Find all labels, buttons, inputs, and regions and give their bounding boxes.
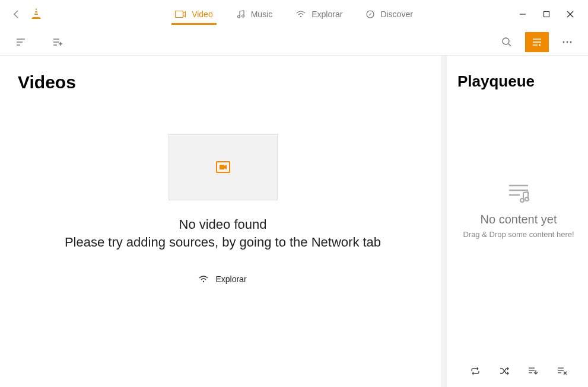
svg-point-22	[563, 41, 565, 43]
empty-message-line2: Please try adding sources, by going to t…	[65, 234, 381, 251]
repeat-button[interactable]	[466, 362, 485, 380]
video-placeholder-thumb	[169, 134, 278, 200]
main-area: Videos No video found Please try adding …	[0, 56, 588, 387]
wifi-icon	[296, 11, 306, 18]
svg-rect-1	[34, 12, 38, 14]
topbar-left	[0, 7, 95, 21]
tab-explore[interactable]: Explorar	[296, 0, 342, 28]
tab-music[interactable]: Music	[237, 0, 273, 28]
svg-rect-2	[176, 11, 183, 18]
explore-button[interactable]: Explorar	[199, 274, 246, 284]
page-title: Videos	[18, 72, 428, 92]
maximize-button[interactable]	[543, 11, 550, 18]
queue-add-button[interactable]	[47, 32, 68, 52]
sort-button[interactable]	[11, 32, 31, 52]
playqueue-panel: Playqueue No content yet Drag & Drop som…	[447, 56, 588, 387]
playqueue-empty-subtitle: Drag & Drop some content here!	[463, 230, 574, 239]
more-button[interactable]	[557, 32, 577, 52]
search-button[interactable]	[497, 32, 517, 52]
music-icon	[237, 10, 245, 18]
window-controls	[493, 11, 588, 18]
more-icon	[562, 41, 573, 43]
explore-button-label: Explorar	[215, 274, 246, 284]
svg-line-18	[508, 44, 511, 46]
svg-point-31	[525, 197, 529, 201]
tab-video[interactable]: Video	[175, 0, 213, 28]
content-scrollbar[interactable]	[441, 56, 446, 387]
minimize-button[interactable]	[519, 11, 526, 18]
compass-icon	[366, 10, 374, 18]
content-panel: Videos No video found Please try adding …	[0, 56, 447, 387]
playlist-icon	[532, 38, 542, 46]
svg-rect-25	[220, 165, 224, 169]
shuffle-button[interactable]	[495, 362, 514, 380]
svg-point-23	[567, 41, 568, 43]
camera-icon	[216, 161, 230, 173]
queue-add-icon	[52, 38, 63, 46]
video-icon	[175, 11, 186, 18]
playqueue-toggle-button[interactable]	[525, 32, 549, 52]
svg-rect-8	[544, 12, 549, 17]
sort-icon	[15, 38, 26, 46]
empty-state: No video found Please try adding sources…	[18, 134, 428, 284]
empty-message-line1: No video found	[179, 216, 267, 234]
tab-music-label: Music	[251, 9, 273, 19]
back-button[interactable]	[12, 9, 21, 19]
wifi-icon	[199, 276, 208, 283]
queue-down-icon	[527, 367, 538, 375]
toolbar-right	[497, 32, 577, 52]
top-bar: Video Music Explorar Discover	[0, 0, 588, 28]
tab-explore-label: Explorar	[312, 9, 342, 19]
svg-point-17	[503, 38, 509, 44]
playlist-music-icon	[507, 183, 530, 203]
svg-rect-0	[35, 10, 38, 11]
queue-save-button[interactable]	[523, 362, 542, 380]
svg-point-24	[570, 41, 572, 43]
queue-clear-icon	[557, 367, 567, 375]
toolbar-left	[11, 32, 68, 52]
tab-discover-label: Discover	[380, 9, 412, 19]
shuffle-icon	[499, 367, 510, 375]
svg-point-5	[300, 16, 301, 17]
top-tabs: Video Music Explorar Discover	[95, 0, 493, 28]
vlc-logo-icon	[31, 7, 42, 21]
tab-discover[interactable]: Discover	[366, 0, 412, 28]
close-button[interactable]	[567, 11, 574, 18]
toolbar	[0, 28, 588, 56]
queue-clear-button[interactable]	[552, 362, 571, 380]
playqueue-bottom-bar	[457, 355, 580, 387]
search-icon	[501, 37, 512, 47]
svg-point-26	[203, 281, 204, 282]
playqueue-empty-state: No content yet Drag & Drop some content …	[457, 67, 580, 355]
repeat-icon	[470, 367, 481, 375]
tab-video-label: Video	[192, 9, 213, 19]
playqueue-empty-title: No content yet	[481, 213, 557, 226]
